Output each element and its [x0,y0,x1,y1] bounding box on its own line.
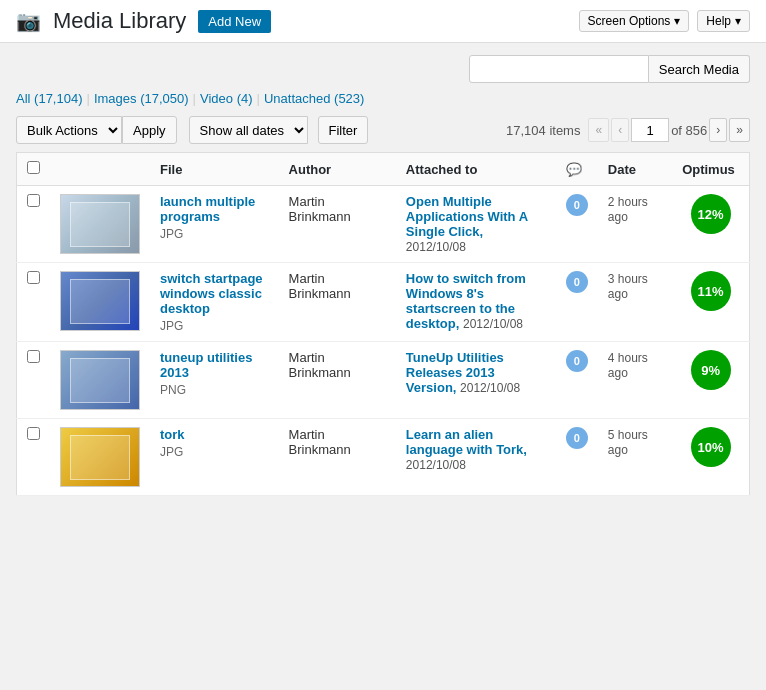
row-optimus-cell: 10% [672,419,749,496]
comment-count: 0 [566,271,588,293]
attached-title-link[interactable]: Open Multiple Applications With A Single… [406,194,528,239]
row-optimus-cell: 9% [672,342,749,419]
row-comment-cell: 0 [556,419,598,496]
table-header-row: File Author Attached to 💬 Date Optimus [17,153,750,186]
prev-page-button[interactable]: ‹ [611,118,629,142]
last-page-button[interactable]: » [729,118,750,142]
date-filter-select[interactable]: Show all dates [189,116,308,144]
filter-all[interactable]: All (17,104) [16,91,83,106]
col-header-comment: 💬 [556,153,598,186]
row-attached-cell: Open Multiple Applications With A Single… [396,186,556,263]
thumb-inner [70,358,130,403]
author-name: Martin Brinkmann [289,350,351,380]
optimus-value: 11% [691,271,731,311]
tablenav-right: 17,104 items « ‹ of 856 › » [506,118,750,142]
filter-images[interactable]: Images (17,050) [94,91,189,106]
row-checkbox[interactable] [27,194,40,207]
table-row: tuneup utilities 2013 PNG Martin Brinkma… [17,342,750,419]
row-thumb-cell [50,263,150,342]
comment-icon: 💬 [566,162,582,177]
thumbnail [60,194,140,254]
optimus-value: 9% [691,350,731,390]
page-title: Media Library [53,8,186,34]
row-date-cell: 2 hours ago [598,186,672,263]
bulk-actions-select[interactable]: Bulk Actions [16,116,122,144]
select-all-checkbox[interactable] [27,161,40,174]
row-attached-cell: TuneUp Utilities Releases 2013 Version, … [396,342,556,419]
media-table: File Author Attached to 💬 Date Optimus [16,152,750,496]
col-header-file: File [150,153,279,186]
thumbnail [60,350,140,410]
row-thumb-cell [50,419,150,496]
thumb-inner [70,202,130,247]
col-header-optimus: Optimus [672,153,749,186]
file-sort-link[interactable]: File [160,162,182,177]
col-header-checkbox [17,153,51,186]
date-text: 3 hours ago [608,272,648,301]
thumbnail [60,427,140,487]
col-header-thumb [50,153,150,186]
file-name-link[interactable]: launch multiple programs [160,194,269,224]
attached-sort-link[interactable]: Attached to [406,162,478,177]
col-header-attached: Attached to [396,153,556,186]
screen-options-button[interactable]: Screen Options ▾ [579,10,690,32]
col-header-author: Author [279,153,396,186]
row-checkbox-cell [17,186,51,263]
content-area: Search Media All (17,104) | Images (17,0… [0,43,766,508]
first-page-button[interactable]: « [588,118,609,142]
filter-button[interactable]: Filter [318,116,369,144]
search-media-button[interactable]: Search Media [649,55,750,83]
attached-title-link[interactable]: Learn an alien language with Tork, [406,427,527,457]
row-attached-cell: How to switch from Windows 8's startscre… [396,263,556,342]
file-type: JPG [160,227,183,241]
row-date-cell: 3 hours ago [598,263,672,342]
row-file-cell: tuneup utilities 2013 PNG [150,342,279,419]
filter-unattached[interactable]: Unattached (523) [264,91,365,106]
row-attached-cell: Learn an alien language with Tork, 2012/… [396,419,556,496]
filter-tabs: All (17,104) | Images (17,050) | Video (… [16,91,750,106]
file-name-link[interactable]: tork [160,427,269,442]
header: 📷 Media Library Add New Screen Options ▾… [0,0,766,43]
add-new-button[interactable]: Add New [198,10,271,33]
row-comment-cell: 0 [556,263,598,342]
comment-count: 0 [566,194,588,216]
row-checkbox-cell [17,419,51,496]
thumb-inner [70,435,130,480]
row-checkbox[interactable] [27,427,40,440]
pagination: « ‹ of 856 › » [588,118,750,142]
author-sort-link[interactable]: Author [289,162,332,177]
file-name-link[interactable]: switch startpage windows classic desktop [160,271,269,316]
date-sort-link[interactable]: Date [608,162,636,177]
media-library-icon: 📷 [16,9,41,33]
filter-video[interactable]: Video (4) [200,91,253,106]
row-optimus-cell: 11% [672,263,749,342]
file-type: JPG [160,319,183,333]
file-type: PNG [160,383,186,397]
page-number-input[interactable] [631,118,669,142]
file-type: JPG [160,445,183,459]
item-count: 17,104 items [506,123,580,138]
row-file-cell: launch multiple programs JPG [150,186,279,263]
row-checkbox[interactable] [27,271,40,284]
table-row: launch multiple programs JPG Martin Brin… [17,186,750,263]
row-checkbox-cell [17,342,51,419]
thumb-inner [70,279,130,324]
apply-button[interactable]: Apply [122,116,177,144]
optimus-value: 10% [691,427,731,467]
row-file-cell: switch startpage windows classic desktop… [150,263,279,342]
attached-date: 2012/10/08 [460,381,520,395]
author-name: Martin Brinkmann [289,271,351,301]
row-checkbox[interactable] [27,350,40,363]
help-button[interactable]: Help ▾ [697,10,750,32]
header-left: 📷 Media Library Add New [16,8,271,34]
author-name: Martin Brinkmann [289,194,351,224]
next-page-button[interactable]: › [709,118,727,142]
optimus-value: 12% [691,194,731,234]
row-file-cell: tork JPG [150,419,279,496]
bulk-actions-area: Bulk Actions Apply [16,116,177,144]
row-author-cell: Martin Brinkmann [279,186,396,263]
table-row: tork JPG Martin Brinkmann Learn an alien… [17,419,750,496]
search-input[interactable] [469,55,649,83]
row-date-cell: 5 hours ago [598,419,672,496]
file-name-link[interactable]: tuneup utilities 2013 [160,350,269,380]
